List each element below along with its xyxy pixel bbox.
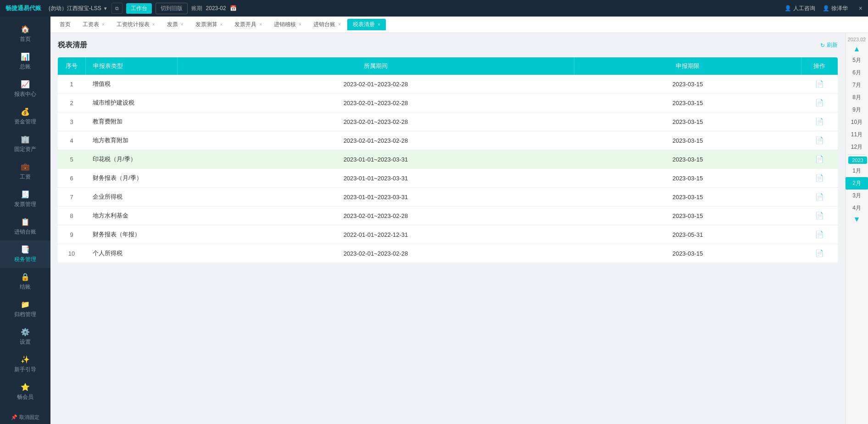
window-close-button[interactable]: × — [859, 5, 862, 12]
month-9[interactable]: 9月 — [846, 104, 868, 116]
action-doc-icon[interactable]: 📄 — [815, 98, 824, 107]
action-doc-icon[interactable]: 📄 — [815, 79, 824, 89]
cell-action: 📄 — [801, 75, 838, 94]
action-doc-icon[interactable]: 📄 — [815, 192, 824, 201]
company-name: (勿动）江西报宝-LSS — [49, 5, 101, 12]
month-7[interactable]: 7月 — [846, 79, 868, 91]
cell-type: 企业所得税 — [85, 188, 177, 206]
month-6[interactable]: 6月 — [846, 67, 868, 79]
sidebar-item-archive[interactable]: 📁 归档管理 — [0, 296, 50, 323]
fund-icon: 💰 — [21, 107, 30, 116]
month-5[interactable]: 5月 — [846, 54, 868, 67]
sidebar-item-fund[interactable]: 💰 资金管理 — [0, 103, 50, 130]
tab-in-check[interactable]: 进销稽核 × — [268, 19, 307, 30]
month-12[interactable]: 12月 — [846, 141, 868, 153]
cancel-fixed-button[interactable]: 📌 取消固定 — [0, 410, 50, 424]
sidebar-item-label: 发票管理 — [14, 201, 36, 208]
sidebar-item-label: 设置 — [20, 338, 31, 346]
tab-tax-clear-close[interactable]: × — [378, 22, 380, 27]
sidebar-item-label: 资金管理 — [14, 118, 36, 126]
month-nav-up[interactable]: ▲ — [853, 44, 861, 54]
action-doc-icon[interactable]: 📄 — [815, 249, 824, 258]
fixed-asset-icon: 🏢 — [21, 135, 30, 144]
year-separator — [848, 154, 866, 155]
cell-seq: 4 — [58, 131, 85, 150]
workbench-button[interactable]: 工作台 — [126, 3, 152, 14]
tab-salary-close[interactable]: × — [102, 22, 105, 27]
col-action: 操作 — [801, 57, 838, 75]
tab-salary-stat-close[interactable]: × — [152, 22, 155, 27]
table-row: 10 个人所得税 2023-02-01~2023-02-28 2023-03-1… — [58, 244, 838, 263]
tab-invoice[interactable]: 发票 × — [161, 19, 189, 30]
top-bar: 畅捷通易代账 (勿动）江西报宝-LSS ▼ ⧉ 工作台 切到旧版 账期 2023… — [0, 0, 868, 17]
month-10[interactable]: 10月 — [846, 116, 868, 128]
sidebar-item-tax[interactable]: 📑 税务管理 — [0, 240, 50, 268]
copy-icon[interactable]: ⧉ — [111, 3, 122, 14]
cell-period: 2023-02-01~2023-02-28 — [177, 112, 574, 131]
tab-home[interactable]: 首页 — [54, 19, 76, 30]
tab-invoice-open-close[interactable]: × — [259, 22, 262, 27]
sidebar-item-home[interactable]: 🏠 首页 — [0, 20, 50, 48]
action-doc-icon[interactable]: 📄 — [815, 230, 824, 239]
refresh-button[interactable]: ↻ 刷新 — [820, 41, 838, 49]
close-book-icon: 🔒 — [21, 273, 30, 281]
month-2-active[interactable]: 2月 — [846, 177, 868, 190]
sidebar-item-salary[interactable]: 💼 工资 — [0, 158, 50, 185]
sidebar-item-guide[interactable]: ✨ 新手引导 — [0, 351, 50, 378]
tab-tax-clear-label: 税表清册 — [353, 21, 375, 28]
tab-salary[interactable]: 工资表 × — [77, 19, 110, 30]
switch-old-button[interactable]: 切到旧版 — [156, 3, 188, 14]
cell-deadline: 2023-03-15 — [574, 169, 801, 188]
calendar-icon[interactable]: 📅 — [230, 5, 237, 11]
month-nav-down[interactable]: ▼ — [853, 214, 861, 224]
tab-invoice-calc-close[interactable]: × — [220, 22, 223, 27]
sidebar-item-close[interactable]: 🔒 结账 — [0, 268, 50, 296]
cell-type: 地方教育附加 — [85, 131, 177, 150]
in-out-icon: 📋 — [21, 218, 30, 226]
user-profile[interactable]: 👤 徐泽华 — [823, 5, 848, 12]
sidebar-item-label: 归档管理 — [14, 311, 36, 318]
tax-icon: 📑 — [21, 245, 30, 254]
sidebar-item-settings[interactable]: ⚙️ 设置 — [0, 323, 50, 351]
action-doc-icon[interactable]: 📄 — [815, 211, 824, 220]
cell-action: 📄 — [801, 206, 838, 225]
tab-in-account-close[interactable]: × — [338, 22, 341, 27]
tab-tax-clear[interactable]: 税表清册 × — [347, 19, 386, 30]
cell-period: 2023-02-01~2023-02-28 — [177, 244, 574, 263]
month-4[interactable]: 4月 — [846, 202, 868, 214]
cell-seq: 10 — [58, 244, 85, 263]
cell-deadline: 2023-03-15 — [574, 94, 801, 112]
user-avatar-icon: 👤 — [823, 5, 829, 11]
month-11[interactable]: 11月 — [846, 128, 868, 141]
right-panel-year-label: 2023.02 — [846, 35, 868, 44]
tab-invoice-close[interactable]: × — [181, 22, 184, 27]
tab-salary-stat[interactable]: 工资统计报表 × — [111, 19, 161, 30]
action-doc-icon[interactable]: 📄 — [815, 117, 824, 126]
cell-action: 📄 — [801, 131, 838, 150]
month-3[interactable]: 3月 — [846, 190, 868, 202]
home-icon: 🏠 — [21, 25, 30, 33]
ai-consult[interactable]: 👤 人工咨询 — [785, 5, 815, 12]
sidebar-item-invoice-mgr[interactable]: 🧾 发票管理 — [0, 185, 50, 213]
tab-in-account[interactable]: 进销台账 × — [308, 19, 346, 30]
sidebar-item-in-out[interactable]: 📋 进销台账 — [0, 213, 50, 240]
cell-period: 2023-02-01~2023-02-28 — [177, 206, 574, 225]
cell-deadline: 2023-03-15 — [574, 150, 801, 169]
tab-in-check-close[interactable]: × — [299, 22, 301, 27]
sidebar-item-fixed[interactable]: 🏢 固定资产 — [0, 130, 50, 158]
table-row: 3 教育费附加 2023-02-01~2023-02-28 2023-03-15… — [58, 112, 838, 131]
sidebar-item-vip[interactable]: ⭐ 畅会员 — [0, 378, 50, 406]
sidebar-item-report[interactable]: 📈 报表中心 — [0, 75, 50, 103]
tab-bar: 首页 工资表 × 工资统计报表 × 发票 × 发票测算 × 发票开具 × — [50, 17, 868, 33]
action-doc-icon[interactable]: 📄 — [815, 155, 824, 164]
action-doc-icon[interactable]: 📄 — [815, 136, 824, 145]
action-doc-icon[interactable]: 📄 — [815, 173, 824, 183]
tab-in-check-label: 进销稽核 — [274, 21, 296, 28]
ledger-icon: 📊 — [21, 52, 30, 61]
company-selector[interactable]: (勿动）江西报宝-LSS ▼ — [49, 5, 108, 12]
month-1[interactable]: 1月 — [846, 165, 868, 177]
tab-invoice-calc[interactable]: 发票测算 × — [190, 19, 228, 30]
month-8[interactable]: 8月 — [846, 91, 868, 104]
tab-invoice-open[interactable]: 发票开具 × — [229, 19, 267, 30]
sidebar-item-ledger[interactable]: 📊 总账 — [0, 48, 50, 75]
